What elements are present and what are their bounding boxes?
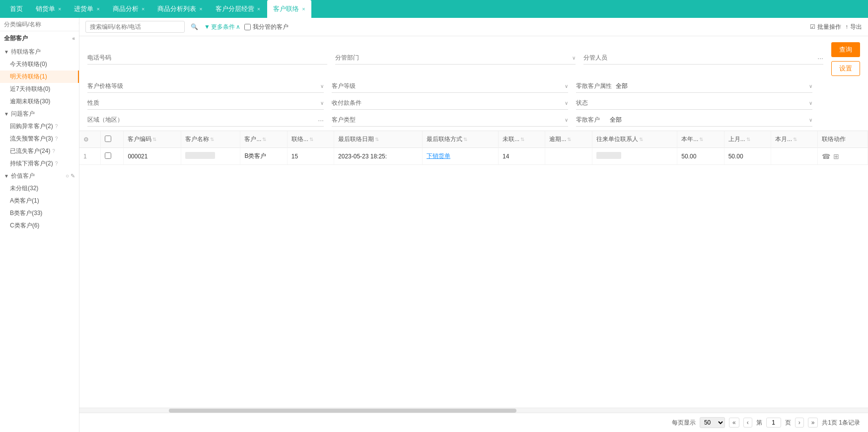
sidebar-search-input[interactable]: [4, 21, 78, 28]
col-company-contact[interactable]: 往来单位联系人⇅: [592, 131, 677, 148]
sidebar-group-pending-contact[interactable]: ▼ 待联络客户: [0, 46, 79, 58]
col-contact-count[interactable]: 联络...⇅: [287, 131, 334, 148]
col-last-contact-date[interactable]: 最后联络日期⇅: [334, 131, 423, 148]
sort-icon: ⇅: [793, 137, 797, 142]
query-button[interactable]: 查询: [831, 42, 860, 57]
sidebar-group-problem-customer[interactable]: ▼ 问题客户: [0, 108, 79, 120]
col-type[interactable]: 客户...⇅: [240, 131, 287, 148]
select-all-checkbox[interactable]: [105, 136, 111, 142]
settings-icon[interactable]: ⚙: [83, 136, 89, 143]
search-input[interactable]: [85, 21, 185, 33]
per-page-label: 每页显示: [672, 419, 696, 427]
next-page-button[interactable]: ›: [795, 418, 804, 428]
sort-icon: ⇅: [746, 137, 750, 142]
sidebar-item-today-contact[interactable]: 今天待联络(0): [0, 58, 79, 71]
row-checkbox[interactable]: [105, 152, 111, 159]
filter-retail-customer-value: 全部: [610, 116, 809, 124]
search-button[interactable]: 🔍: [189, 22, 200, 31]
nav-close-icon[interactable]: ×: [142, 6, 145, 12]
filter-payment-label: 收付款条件: [332, 99, 362, 107]
sidebar-item-7day-contact[interactable]: 近7天待联络(0): [0, 83, 79, 95]
col-overdue[interactable]: 逾期...⇅: [545, 131, 592, 148]
col-settings[interactable]: ⚙: [79, 131, 101, 148]
nav-close-icon[interactable]: ×: [257, 6, 260, 12]
filter-dept-label: 分管部门: [335, 54, 365, 62]
col-last-month[interactable]: 上月...⇅: [724, 131, 771, 148]
my-customers-checkbox-label[interactable]: 我分管的客户: [244, 23, 289, 31]
cell-checkbox: [101, 148, 124, 165]
col-this-month[interactable]: 本月...⇅: [771, 131, 818, 148]
sidebar-item-ungrouped[interactable]: 未分组(32): [0, 182, 79, 195]
nav-close-icon[interactable]: ×: [199, 6, 202, 12]
sort-icon: ⇅: [463, 137, 467, 142]
set-button[interactable]: 设置: [831, 61, 860, 76]
col-last-contact-method[interactable]: 最后联络方式⇅: [423, 131, 499, 148]
last-page-button[interactable]: »: [808, 418, 818, 428]
nav-product-analysis-list[interactable]: 商品分析列表 ×: [151, 0, 208, 18]
help-icon: ?: [52, 148, 55, 154]
per-page-select[interactable]: 50 100 200: [700, 417, 725, 428]
checkbox-icon: ☑: [810, 23, 815, 30]
filter-price-grade-label: 客户价格等级: [87, 82, 123, 90]
horizontal-scrollbar[interactable]: [79, 408, 868, 413]
nav-close-icon[interactable]: ×: [58, 6, 61, 12]
nav-purchase-order[interactable]: 进货单 ×: [68, 0, 105, 18]
all-customers-label[interactable]: 全部客户 «: [0, 31, 79, 46]
page-label: 第: [756, 419, 762, 427]
my-customers-checkbox[interactable]: [244, 24, 251, 30]
sidebar-item-class-c[interactable]: C类客户(6): [0, 219, 79, 232]
sidebar-item-churn-warning[interactable]: 流失预警客户(3) ?: [0, 133, 79, 145]
page-input[interactable]: [766, 418, 781, 428]
sidebar-search-container: 🔍: [0, 18, 79, 31]
export-button[interactable]: ↑ 导出: [845, 23, 862, 31]
page-unit: 页: [785, 419, 791, 427]
sidebar-item-repurchase-abnormal[interactable]: 回购异常客户(2) ?: [0, 120, 79, 133]
nav-close-active-icon[interactable]: ×: [302, 6, 305, 12]
sidebar-item-tomorrow-contact[interactable]: 明天待联络(1): [0, 71, 79, 83]
filter-row-2: 客户价格等级 ∨ 客户等级 ∨ 零散客户属性 全部 ∨: [87, 80, 860, 93]
more-filter-button[interactable]: ▼ 更多条件 ∧: [204, 23, 240, 31]
phone-action-icon[interactable]: ☎: [822, 152, 830, 160]
nav-home[interactable]: 首页: [4, 0, 29, 18]
col-name[interactable]: 客户名称⇅: [181, 131, 240, 148]
filter-row-1: 电话号码 分管部门 ∨ 分管人员 ··· 查询 设置: [87, 40, 860, 76]
main-layout: 🔍 全部客户 « ▼ 待联络客户 今天待联络(0) 明天待联络(1) 近7天待联…: [0, 18, 868, 432]
scrollbar-thumb[interactable]: [169, 409, 516, 413]
filter-phone-input[interactable]: [121, 55, 327, 62]
nav-sales-order[interactable]: 销货单 ×: [30, 0, 67, 18]
arrow-icon: ▼: [4, 49, 9, 55]
nav-customer-contact[interactable]: 客户联络 ×: [267, 0, 311, 18]
filter-bar: 🔍 ▼ 更多条件 ∧ 我分管的客户 ☑ 批量操作 ↑ 导出: [79, 18, 868, 36]
first-page-button[interactable]: «: [729, 418, 739, 428]
filter-retail-attr: 零散客户属性 全部 ∨: [576, 80, 812, 93]
sidebar-item-class-b[interactable]: B类客户(33): [0, 207, 79, 219]
sort-icon: ⇅: [262, 137, 266, 142]
sidebar-group-value-customer[interactable]: ▼ 价值客户 ○ ✎: [0, 170, 79, 182]
last-contact-link[interactable]: 下销货单: [427, 152, 450, 159]
cell-last-contact-date: 2023-05-23 18:25:: [334, 148, 423, 165]
batch-op-button[interactable]: ☑ 批量操作: [810, 23, 841, 31]
sidebar-item-class-a[interactable]: A类客户(1): [0, 195, 79, 207]
cell-num: 1: [79, 148, 101, 165]
more-icon[interactable]: ···: [318, 116, 324, 124]
grid-action-icon[interactable]: ⊞: [833, 152, 839, 160]
more-icon[interactable]: ···: [817, 54, 823, 62]
col-this-year[interactable]: 本年...⇅: [677, 131, 724, 148]
sort-icon: ⇅: [309, 137, 313, 142]
cell-overdue: [545, 148, 592, 165]
cell-name[interactable]: [181, 148, 240, 165]
prev-page-button[interactable]: ‹: [743, 418, 752, 428]
chevron-down-icon: ∨: [320, 83, 324, 89]
nav-customer-tier[interactable]: 客户分层经营 ×: [210, 0, 266, 18]
nav-product-analysis[interactable]: 商品分析 ×: [107, 0, 150, 18]
table-row: 1 000021 B类客户 15 2023-05-23 18:25: 下销货单 …: [79, 148, 868, 165]
col-code[interactable]: 客户编码⇅: [124, 131, 181, 148]
nav-close-icon[interactable]: ×: [96, 6, 99, 12]
cell-code: 000021: [124, 148, 181, 165]
sidebar-item-overdue-contact[interactable]: 逾期未联络(30): [0, 95, 79, 108]
sidebar-item-churned[interactable]: 已流失客户(24) ?: [0, 145, 79, 157]
action-icons: ☎ ⊞: [822, 152, 864, 160]
sidebar-item-declining[interactable]: 持续下滑客户(2) ?: [0, 157, 79, 170]
cell-last-contact-method[interactable]: 下销货单: [423, 148, 499, 165]
col-uncontacted[interactable]: 未联...⇅: [499, 131, 545, 148]
